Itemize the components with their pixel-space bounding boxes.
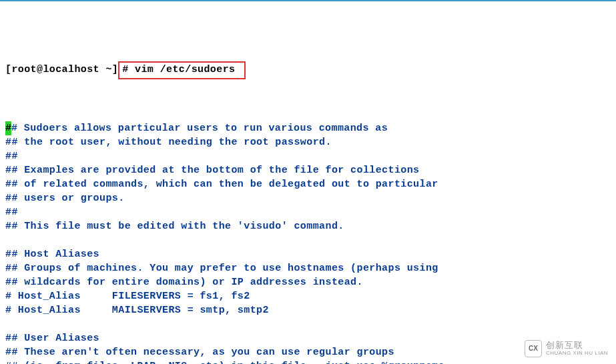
file-line: ## These aren't often necessary, as you … xyxy=(5,345,611,359)
command-highlight-box: # vim /etc/sudoers xyxy=(118,61,246,79)
file-line: ## This file must be edited with the 'vi… xyxy=(5,219,611,233)
watermark-cn: 创新互联 xyxy=(546,341,608,350)
file-line: ## Sudoers allows particular users to ru… xyxy=(5,121,611,135)
watermark-text: 创新互联 CHUANG XIN HU LIAN xyxy=(546,341,608,356)
prompt-line: [root@localhost ~]# vim /etc/sudoers xyxy=(5,61,611,79)
watermark: CX 创新互联 CHUANG XIN HU LIAN xyxy=(525,340,608,357)
file-line: ## users or groups. xyxy=(5,191,611,205)
typed-command[interactable]: vim /etc/sudoers xyxy=(129,64,242,75)
cursor: # xyxy=(5,121,11,135)
file-line: ## Host Aliases xyxy=(5,247,611,261)
file-line xyxy=(5,233,611,247)
file-line: ## xyxy=(5,205,611,219)
file-content[interactable]: ## Sudoers allows particular users to ru… xyxy=(5,121,611,364)
file-line: ## Groups of machines. You may prefer to… xyxy=(5,261,611,275)
watermark-logo-icon: CX xyxy=(525,340,542,357)
file-line: ## (ie, from files, LDAP, NIS, etc) in t… xyxy=(5,359,611,364)
file-line: ## wildcards for entire domains) or IP a… xyxy=(5,275,611,289)
blank-line xyxy=(5,93,611,107)
file-line: # Host_Alias MAILSERVERS = smtp, smtp2 xyxy=(5,303,611,317)
file-line: ## the root user, without needing the ro… xyxy=(5,135,611,149)
file-line xyxy=(5,317,611,331)
prompt-symbol: # xyxy=(122,64,128,75)
file-line: ## of related commands, which can then b… xyxy=(5,177,611,191)
file-line: ## Examples are provided at the bottom o… xyxy=(5,163,611,177)
file-line: ## User Aliases xyxy=(5,331,611,345)
watermark-en: CHUANG XIN HU LIAN xyxy=(546,351,608,357)
file-line: # Host_Alias FILESERVERS = fs1, fs2 xyxy=(5,289,611,303)
prompt-user: [root@localhost ~] xyxy=(5,64,118,75)
file-line: ## xyxy=(5,149,611,163)
